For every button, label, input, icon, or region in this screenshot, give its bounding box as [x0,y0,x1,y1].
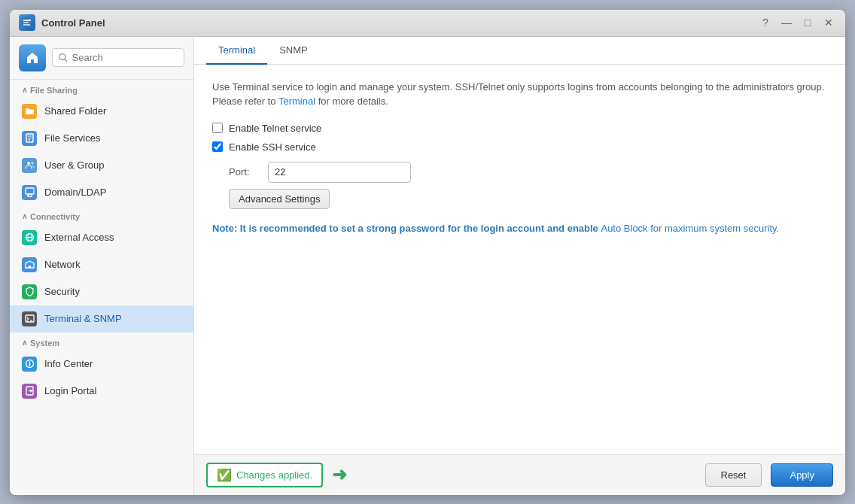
port-input[interactable] [268,162,411,183]
apply-button[interactable]: Apply [771,463,833,487]
sidebar-item-info-center[interactable]: Info Center [10,351,193,378]
security-icon [22,284,37,299]
user-group-icon [22,158,37,173]
tabs-bar: Terminal SNMP [194,37,845,65]
reset-button[interactable]: Reset [705,463,762,487]
telnet-checkbox-row: Enable Telnet service [212,123,827,134]
ssh-checkbox-row: Enable SSH service [212,141,827,153]
svg-rect-3 [23,24,30,26]
auto-block-link[interactable]: Auto Block [601,223,647,234]
window-title: Control Panel [41,17,758,29]
domain-ldap-icon [22,185,37,200]
app-icon [19,14,35,31]
sidebar-item-external-access[interactable]: External Access [10,224,193,251]
window-controls: ? — □ ✕ [758,15,836,30]
svg-line-5 [65,59,67,62]
svg-point-10 [27,162,30,165]
terminal-description: Use Terminal service to login and manage… [212,80,827,109]
sidebar-item-file-services[interactable]: File Services [10,125,193,152]
file-sharing-section-header[interactable]: ∧ File Sharing [10,80,193,98]
advanced-settings-button[interactable]: Advanced Settings [229,189,330,209]
info-center-icon [22,357,37,372]
svg-point-23 [29,361,30,363]
security-label: Security [44,286,80,297]
telnet-label[interactable]: Enable Telnet service [229,123,321,134]
file-services-icon [22,131,37,146]
control-panel-window: Control Panel ? — □ ✕ [10,10,845,495]
content-body: Use Terminal service to login and manage… [194,65,845,454]
check-icon: ✅ [217,468,232,482]
connectivity-label: Connectivity [30,212,80,221]
sidebar-item-security[interactable]: Security [10,278,193,305]
external-access-label: External Access [44,232,114,243]
sidebar-item-domain-ldap[interactable]: Domain/LDAP [10,179,193,206]
titlebar: Control Panel ? — □ ✕ [10,10,845,37]
home-button[interactable] [19,44,46,71]
sidebar-item-login-portal[interactable]: Login Portal [10,378,193,405]
file-services-label: File Services [44,132,100,144]
description-text-suffix: for more details. [315,96,388,107]
sidebar-item-user-group[interactable]: User & Group [10,152,193,179]
sidebar-home-row [10,37,193,80]
telnet-checkbox[interactable] [212,123,223,133]
minimize-button[interactable]: — [779,15,794,30]
note-prefix: Note: It is recommended to set a strong … [212,223,601,234]
login-portal-label: Login Portal [44,385,96,396]
changes-applied-badge: ✅ Changes applied. [206,463,323,487]
changes-applied-text: Changes applied. [236,469,312,481]
shared-folder-label: Shared Folder [44,105,106,117]
sidebar-item-terminal-snmp[interactable]: Terminal & SNMP [10,305,193,332]
sidebar-item-shared-folder[interactable]: Shared Folder [10,98,193,125]
ssh-label[interactable]: Enable SSH service [229,141,316,153]
domain-ldap-label: Domain/LDAP [44,187,106,198]
main-panel: Terminal SNMP Use Terminal service to lo… [194,37,845,495]
close-button[interactable]: ✕ [821,15,836,30]
arrow-indicator: ➜ [332,464,347,485]
svg-rect-2 [23,22,29,23]
content-area: ∧ File Sharing Shared Folder File Servic… [10,37,845,495]
help-button[interactable]: ? [758,15,773,30]
tab-terminal[interactable]: Terminal [206,37,267,65]
terminal-snmp-icon [22,311,37,326]
search-icon [59,53,68,62]
user-group-label: User & Group [44,159,104,171]
search-box [52,48,184,67]
search-input[interactable] [72,52,178,63]
network-icon [22,257,37,272]
note-suffix: for maximum system security. [648,223,780,234]
network-label: Network [44,259,81,270]
login-portal-icon [22,384,37,399]
svg-rect-19 [26,315,34,322]
tab-snmp[interactable]: SNMP [267,37,320,65]
svg-rect-1 [23,20,31,21]
terminal-snmp-label: Terminal & SNMP [44,313,122,324]
svg-rect-12 [26,188,34,194]
chevron-icon: ∧ [22,86,27,94]
sidebar: ∧ File Sharing Shared Folder File Servic… [10,37,194,495]
port-label: Port: [229,166,259,178]
connectivity-section-header[interactable]: ∧ Connectivity [10,206,193,224]
info-center-label: Info Center [44,358,93,369]
shared-folder-icon [22,104,37,119]
system-label: System [30,339,59,348]
file-sharing-label: File Sharing [30,86,78,95]
system-section-header[interactable]: ∧ System [10,332,193,351]
sidebar-item-network[interactable]: Network [10,251,193,278]
security-note: Note: It is recommended to set a strong … [212,221,827,236]
svg-point-11 [31,162,33,165]
footer: ✅ Changes applied. ➜ Reset Apply [194,454,845,495]
svg-rect-18 [29,266,31,268]
terminal-link[interactable]: Terminal [278,96,315,107]
port-row: Port: [229,162,827,183]
external-access-icon [22,230,37,245]
system-chevron-icon: ∧ [22,339,27,347]
connectivity-chevron-icon: ∧ [22,212,27,220]
maximize-button[interactable]: □ [800,15,815,30]
ssh-checkbox[interactable] [212,141,223,152]
